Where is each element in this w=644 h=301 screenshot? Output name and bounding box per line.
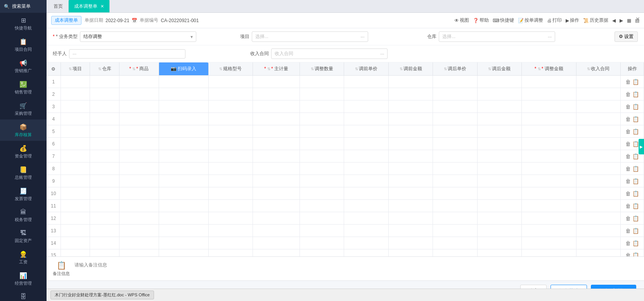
cell-income_contract[interactable] (576, 76, 620, 88)
cell-pre_price[interactable] (344, 212, 388, 225)
cell-warehouse[interactable] (90, 76, 119, 88)
cell-adj_amount[interactable] (522, 187, 576, 200)
cell-product[interactable] (119, 249, 159, 257)
cell-pre_price[interactable] (344, 100, 388, 113)
cell-warehouse[interactable] (90, 113, 119, 125)
cell-scan[interactable] (159, 138, 208, 150)
cell-unit[interactable] (253, 76, 300, 88)
cell-post_amount[interactable] (477, 237, 521, 249)
cell-product[interactable] (119, 175, 159, 187)
business-type-input[interactable]: 结存调整 ▾ (80, 31, 196, 42)
delete-icon[interactable]: 🗑 (625, 79, 631, 85)
cell-pre_amount[interactable] (388, 237, 433, 249)
cell-spec[interactable] (208, 150, 253, 163)
cell-unit[interactable] (253, 125, 300, 138)
cell-project[interactable] (61, 100, 90, 113)
cell-income_contract[interactable] (576, 163, 620, 175)
cell-post_amount[interactable] (477, 76, 521, 88)
cell-unit[interactable] (253, 100, 300, 113)
cell-scan[interactable] (159, 212, 208, 225)
cell-unit[interactable] (253, 150, 300, 163)
doc-action-print[interactable]: 🖨 打印 (547, 17, 562, 24)
cell-income_contract[interactable] (576, 175, 620, 187)
cell-unit[interactable] (253, 88, 300, 100)
cell-pre_price[interactable] (344, 113, 388, 125)
cell-scan[interactable] (159, 249, 208, 257)
delete-icon[interactable]: 🗑 (625, 141, 631, 147)
cell-adj_amount[interactable] (522, 113, 576, 125)
cell-actions[interactable]: 🗑📋 (621, 100, 644, 113)
sidebar-item-general-ledger[interactable]: 📒 总账管理 (0, 162, 47, 183)
cell-adj_qty[interactable] (299, 237, 344, 249)
cell-unit[interactable] (253, 200, 300, 212)
cell-income_contract[interactable] (576, 237, 620, 249)
cell-adj_qty[interactable] (299, 100, 344, 113)
cell-post_amount[interactable] (477, 150, 521, 163)
warehouse-input[interactable]: 选择... ··· (439, 31, 555, 42)
right-edge-button[interactable]: ▶ (639, 139, 644, 154)
cell-project[interactable] (61, 163, 90, 175)
cell-adj_qty[interactable] (299, 138, 344, 150)
cell-actions[interactable]: 🗑📋 (621, 125, 644, 138)
cell-post_amount[interactable] (477, 125, 521, 138)
cell-spec[interactable] (208, 100, 253, 113)
sidebar-item-invoice-mgmt[interactable]: 🧾 发票管理 (0, 183, 47, 205)
tab-cost-adjust[interactable]: 成本调整单✕ (69, 0, 110, 12)
cell-adj_qty[interactable] (299, 249, 344, 257)
handler-input[interactable]: ··· (69, 49, 185, 59)
cell-unit[interactable] (253, 175, 300, 187)
delete-icon[interactable]: 🗑 (625, 252, 631, 256)
cell-spec[interactable] (208, 175, 253, 187)
cell-pre_amount[interactable] (388, 88, 433, 100)
cell-post_price[interactable] (433, 125, 477, 138)
cell-pre_amount[interactable] (388, 175, 433, 187)
cell-scan[interactable] (159, 76, 208, 88)
cell-pre_amount[interactable] (388, 212, 433, 225)
cell-product[interactable] (119, 138, 159, 150)
cell-pre_price[interactable] (344, 125, 388, 138)
sidebar-search[interactable]: 🔍 搜索菜单 (0, 0, 47, 13)
cell-income_contract[interactable] (576, 249, 620, 257)
cell-post_price[interactable] (433, 76, 477, 88)
cell-income_contract[interactable] (576, 150, 620, 163)
copy-icon[interactable]: 📋 (632, 190, 639, 197)
cell-spec[interactable] (208, 138, 253, 150)
cell-post_price[interactable] (433, 113, 477, 125)
cell-adj_qty[interactable] (299, 76, 344, 88)
cell-project[interactable] (61, 212, 90, 225)
cell-post_amount[interactable] (477, 175, 521, 187)
cell-warehouse[interactable] (90, 249, 119, 257)
cell-spec[interactable] (208, 200, 253, 212)
cell-actions[interactable]: 🗑📋 (621, 175, 644, 187)
cell-product[interactable] (119, 163, 159, 175)
cell-project[interactable] (61, 76, 90, 88)
copy-icon[interactable]: 📋 (632, 116, 639, 122)
cell-pre_amount[interactable] (388, 225, 433, 237)
cell-adj_amount[interactable] (522, 225, 576, 237)
cell-pre_price[interactable] (344, 163, 388, 175)
cell-adj_amount[interactable] (522, 100, 576, 113)
cell-pre_amount[interactable] (388, 138, 433, 150)
delete-icon[interactable]: 🗑 (625, 128, 631, 135)
cell-adj_amount[interactable] (522, 212, 576, 225)
cell-unit[interactable] (253, 138, 300, 150)
delete-icon[interactable]: 🗑 (625, 104, 631, 110)
cell-adj_amount[interactable] (522, 175, 576, 187)
cell-warehouse[interactable] (90, 163, 119, 175)
cell-scan[interactable] (159, 150, 208, 163)
delete-icon[interactable]: 🗑 (625, 166, 631, 172)
delete-icon[interactable]: 🗑 (625, 153, 631, 159)
doc-action-grid1[interactable]: ▦ (627, 18, 631, 23)
copy-icon[interactable]: 📋 (632, 215, 639, 221)
cell-post_amount[interactable] (477, 138, 521, 150)
cell-pre_price[interactable] (344, 187, 388, 200)
doc-action-nav-next[interactable]: ▶ (620, 18, 623, 23)
cell-project[interactable] (61, 88, 90, 100)
cell-product[interactable] (119, 88, 159, 100)
cell-post_price[interactable] (433, 138, 477, 150)
cell-post_amount[interactable] (477, 200, 521, 212)
cell-scan[interactable] (159, 113, 208, 125)
tab-close-icon[interactable]: ✕ (100, 4, 104, 9)
cell-product[interactable] (119, 225, 159, 237)
cell-adj_amount[interactable] (522, 150, 576, 163)
